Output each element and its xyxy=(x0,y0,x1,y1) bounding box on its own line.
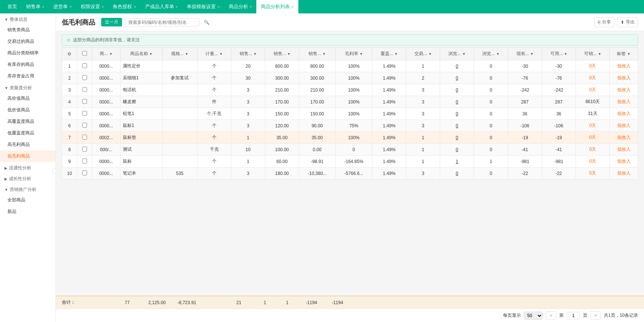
close-icon[interactable]: × xyxy=(102,4,104,9)
nav-roles[interactable]: 角色授权 × xyxy=(108,0,140,13)
th-trade[interactable]: 交易... ▼ xyxy=(406,48,440,60)
row-select-checkbox[interactable] xyxy=(82,159,87,163)
sidebar-section-growth[interactable]: ▶ 成长性分析 xyxy=(0,173,55,184)
sidebar-item-high-margin[interactable]: 高毛利商品 xyxy=(0,139,55,150)
row-browse1[interactable]: 0 xyxy=(440,108,474,120)
page-input[interactable] xyxy=(567,312,580,319)
row-browse1[interactable]: 0 xyxy=(440,96,474,108)
th-saleable[interactable]: 可销... ▼ xyxy=(576,48,609,60)
row-select-checkbox[interactable] xyxy=(82,123,87,128)
sidebar-section-flow[interactable]: ▶ 流通性分析 xyxy=(0,162,55,173)
row-select-checkbox[interactable] xyxy=(82,99,87,104)
row-browse1[interactable]: 0 xyxy=(440,84,474,96)
th-sale1[interactable]: 销售... ▼ xyxy=(231,48,265,60)
th-browse1[interactable]: 浏览... ▼ xyxy=(440,48,474,60)
nav-permissions[interactable]: 权限设置 × xyxy=(76,0,108,13)
th-unit[interactable]: 计量... ▼ xyxy=(197,48,231,60)
row-checkbox[interactable] xyxy=(77,108,92,120)
row-no: 10 xyxy=(62,168,77,179)
prev-page-button[interactable]: ＜ xyxy=(546,311,556,320)
row-checkbox[interactable] xyxy=(77,156,92,168)
sidebar-item-high-value[interactable]: 高价值商品 xyxy=(0,93,55,104)
sidebar-collapse-btn[interactable]: 《 xyxy=(52,168,56,175)
row-select-checkbox[interactable] xyxy=(82,75,87,80)
row-select-checkbox[interactable] xyxy=(82,170,87,175)
th-browse2[interactable]: 浏览... ▼ xyxy=(474,48,508,60)
period-button[interactable]: 近一月 xyxy=(101,18,122,26)
row-checkbox[interactable] xyxy=(77,168,92,179)
sidebar-item-low-margin[interactable]: 低毛利商品 xyxy=(0,150,55,162)
close-icon[interactable]: × xyxy=(291,4,294,9)
th-sale3[interactable]: 销售... ▼ xyxy=(299,48,335,60)
close-icon[interactable]: × xyxy=(217,4,220,9)
row-browse1[interactable]: 0 xyxy=(440,144,474,156)
close-icon[interactable]: × xyxy=(176,4,178,9)
footer-sale1: 77 xyxy=(112,300,142,305)
export-button[interactable]: ⬆ 导出 xyxy=(617,17,638,27)
search-icon[interactable]: 🔍 xyxy=(204,20,209,25)
row-select-checkbox[interactable] xyxy=(82,87,87,92)
row-sale2: 60.00 xyxy=(265,156,299,168)
close-icon[interactable]: × xyxy=(250,4,252,9)
row-browse1[interactable]: 0 xyxy=(440,72,474,84)
row-browse1[interactable]: 0 xyxy=(440,168,474,179)
close-icon[interactable]: × xyxy=(42,4,44,9)
th-stock[interactable]: 现有... ▼ xyxy=(508,48,542,60)
th-sale2[interactable]: 销售... ▼ xyxy=(265,48,299,60)
row-checkbox[interactable] xyxy=(77,144,92,156)
nav-analysis[interactable]: 商品分析 × xyxy=(224,0,256,13)
row-checkbox[interactable] xyxy=(77,84,92,96)
th-tag[interactable]: 标签 ▼ xyxy=(610,48,638,60)
row-select-checkbox[interactable] xyxy=(82,111,87,116)
nav-products[interactable]: 产成品入库单 × xyxy=(141,0,182,13)
row-select-checkbox[interactable] xyxy=(82,135,87,140)
row-select-checkbox[interactable] xyxy=(82,147,87,152)
row-checkbox[interactable] xyxy=(77,72,92,84)
sidebar-item-high-coverage[interactable]: 高覆盖度商品 xyxy=(0,116,55,127)
row-checkbox[interactable] xyxy=(77,60,92,72)
row-checkbox[interactable] xyxy=(77,132,92,144)
row-checkbox[interactable] xyxy=(77,96,92,108)
nav-purchase[interactable]: 进货单 × xyxy=(49,0,76,13)
sidebar-section-cluster[interactable]: ▼ 类聚度分析 xyxy=(0,82,55,93)
sidebar: ▼ 整体信息 销售类商品 交易过的商品 商品分类助销率 有库存的商品 库存资金占… xyxy=(0,13,56,322)
close-icon[interactable]: × xyxy=(69,4,71,9)
th-gross[interactable]: 毛利率 ▼ xyxy=(335,48,372,60)
per-page-select[interactable]: 50 100 200 xyxy=(524,312,543,320)
sidebar-item-new-goods[interactable]: 新品 xyxy=(0,206,55,217)
nav-analysis-list[interactable]: 商品分析列表 × xyxy=(256,0,298,13)
th-col-settings[interactable]: ⚙ xyxy=(62,48,77,60)
sidebar-item-in-stock[interactable]: 有库存的商品 xyxy=(0,59,55,70)
sidebar-section-overall[interactable]: ▼ 整体信息 xyxy=(0,13,55,24)
sidebar-section-marketing[interactable]: ▼ 营销推广分析 xyxy=(0,184,55,194)
th-coverage[interactable]: 覆盖... ▼ xyxy=(372,48,406,60)
row-browse1[interactable]: 0 xyxy=(440,132,474,144)
th-name[interactable]: 商品名称 ▼ xyxy=(120,48,162,60)
row-browse1[interactable]: 1 xyxy=(440,156,474,168)
row-select-checkbox[interactable] xyxy=(82,63,87,68)
next-page-button[interactable]: ＞ xyxy=(590,311,601,320)
row-checkbox[interactable] xyxy=(77,120,92,132)
page-title: 低毛利商品 xyxy=(62,18,95,27)
th-avail[interactable]: 可用... ▼ xyxy=(542,48,576,60)
th-code[interactable]: 商... ▼ xyxy=(92,48,120,60)
row-browse1[interactable]: 0 xyxy=(440,120,474,132)
sidebar-item-sales-goods[interactable]: 销售类商品 xyxy=(0,24,55,36)
th-spec[interactable]: 规格... ▼ xyxy=(162,48,197,60)
nav-home[interactable]: 首页 xyxy=(3,0,22,13)
share-button[interactable]: ⎘ 分享 xyxy=(595,17,614,27)
select-all-checkbox[interactable] xyxy=(82,51,87,56)
sidebar-item-category-sales[interactable]: 商品分类助销率 xyxy=(0,47,55,59)
close-icon[interactable]: × xyxy=(134,4,136,9)
sidebar-item-all-goods[interactable]: 全部商品 xyxy=(0,194,55,206)
th-checkbox[interactable] xyxy=(77,48,92,60)
search-input[interactable] xyxy=(125,18,199,26)
nav-sales[interactable]: 销售单 × xyxy=(22,0,49,13)
sidebar-item-capital[interactable]: 库存资金占用 xyxy=(0,70,55,82)
row-browse1[interactable]: 0 xyxy=(440,60,474,72)
sidebar-item-low-value[interactable]: 低价值商品 xyxy=(0,104,55,116)
row-sale3: 0.00 xyxy=(299,144,335,156)
sidebar-item-traded-goods[interactable]: 交易过的商品 xyxy=(0,36,55,47)
nav-templates[interactable]: 单据模板设置 × xyxy=(182,0,224,13)
sidebar-item-low-coverage[interactable]: 低覆盖度商品 xyxy=(0,127,55,139)
